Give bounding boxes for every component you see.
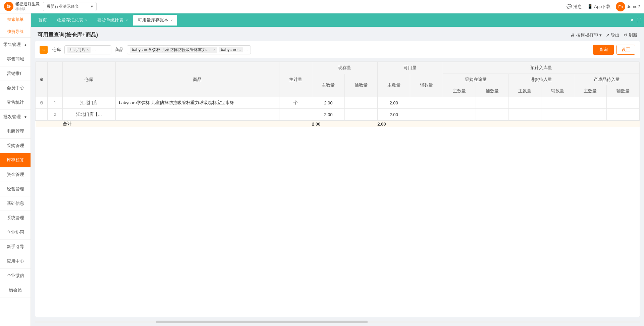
th-planned-in: 预计入库量: [443, 62, 640, 74]
export-label: 导出: [611, 32, 620, 38]
tab-receivable[interactable]: 收发存汇总表 ×: [52, 15, 92, 26]
sidebar-item-purchase-mgmt[interactable]: 采购管理: [0, 139, 31, 153]
gear-icon[interactable]: ⚙: [40, 77, 44, 82]
sidebar-item-label: 批发管理: [3, 114, 21, 120]
product-tag1-text: babycare学饮杯 儿童防摔防撞吸管杯重力球吸嘴杯宝宝水杯: [132, 47, 212, 53]
query-button[interactable]: 查询: [593, 45, 614, 55]
filter-toggle-btn[interactable]: »: [40, 46, 48, 54]
row2-incoming-main: [508, 109, 541, 121]
row2-gear[interactable]: [36, 109, 48, 121]
sidebar-item-inventory-check[interactable]: 库存核算: [0, 153, 31, 168]
print-label: 按模板打印: [576, 32, 598, 38]
th-main-unit: 主计量: [279, 62, 312, 97]
sidebar-item-label: 采购管理: [7, 143, 24, 149]
tab-available-stock[interactable]: 可用量库存账本 ×: [133, 15, 177, 26]
th-product: 商品: [115, 62, 279, 97]
message-btn[interactable]: 💬 消息: [567, 4, 582, 10]
th-production-sub: 辅数量: [607, 85, 640, 97]
row2-available-sub: [410, 109, 443, 121]
tab-close-all-icon[interactable]: ✕: [630, 17, 634, 23]
sidebar-search[interactable]: 搜索菜单: [0, 13, 31, 26]
row2-purchase-in-sub: [476, 109, 508, 121]
tab-order-stats[interactable]: 要货单统计表 ×: [93, 15, 132, 26]
row1-incoming-sub: [541, 97, 574, 109]
warehouse-more[interactable]: ···: [92, 47, 96, 52]
logo-sub: 标准版: [15, 7, 40, 11]
sidebar-item-app-center[interactable]: 应用中心: [0, 254, 31, 269]
footer-incoming-main: [508, 121, 541, 127]
tab-receivable-label: 收发存汇总表: [57, 17, 83, 23]
user-area[interactable]: Ea demo2: [616, 2, 640, 11]
row1-available-main: 2.00: [377, 97, 410, 109]
sidebar-item-wholesale-mgmt[interactable]: 批发管理 ▼: [0, 110, 31, 124]
sidebar-item-finance-mgmt[interactable]: 资金管理: [0, 168, 31, 182]
industry-selector-text: 母婴行业演示账套: [47, 4, 79, 9]
sidebar-item-label: 零售统计: [7, 99, 24, 105]
th-incoming-sub: 辅数量: [541, 85, 574, 97]
print-btn[interactable]: 🖨 按模板打印 ▾: [571, 32, 602, 38]
sidebar-item-system-mgmt[interactable]: 系统管理: [0, 211, 31, 225]
sidebar-item-label: 营销推广: [7, 71, 24, 77]
table-row: ⚙ 1 江北门店 babycare学饮杯 儿童防摔防撞吸管杯重力球吸嘴杯宝宝水杯…: [36, 97, 640, 109]
row1-purchase-in-main: [443, 97, 476, 109]
tab-home[interactable]: 首页: [34, 15, 52, 26]
filter-area: » 仓库 江北门店 × ··· 商品 babycare学饮杯 儿童防摔: [35, 41, 640, 58]
tab-receivable-close[interactable]: ×: [85, 18, 87, 22]
sidebar-item-business-mgmt[interactable]: 经营管理: [0, 182, 31, 196]
sidebar-item-new-guide[interactable]: 新手引导: [0, 240, 31, 254]
tab-order-stats-close[interactable]: ×: [125, 18, 127, 22]
sidebar-item-label: 零售管理: [3, 42, 21, 48]
warehouse-filter[interactable]: 江北门店 × ···: [64, 45, 111, 54]
sidebar-item-retail-mall[interactable]: 零售商城: [0, 52, 31, 66]
logo-area: 好 畅捷通好生意 标准版: [4, 2, 40, 11]
table-scroll-bar[interactable]: [35, 321, 640, 323]
sidebar-item-enterprise-collab[interactable]: 企业协同: [0, 225, 31, 240]
sidebar-item-pro-member[interactable]: 畅会员: [0, 283, 31, 297]
filter-toggle-icon: »: [42, 47, 45, 52]
row1-gear[interactable]: ⚙: [36, 97, 48, 109]
logo-text-block: 畅捷通好生意 标准版: [15, 2, 40, 11]
app-download-btn[interactable]: 📱 App下载: [587, 4, 610, 10]
sidebar-item-basic-info[interactable]: 基础信息: [0, 196, 31, 211]
product-tag-short: babycare...: [219, 47, 243, 52]
chevron-down-icon: ▼: [24, 115, 27, 119]
sidebar-item-retail-mgmt[interactable]: 零售管理 ▲: [0, 38, 31, 52]
message-icon: 💬: [567, 4, 572, 9]
chevron-down-icon: ▾: [599, 33, 602, 38]
sidebar-quick-nav[interactable]: 快捷导航: [0, 26, 31, 38]
row2-warehouse: 江北门店【...: [63, 109, 116, 121]
footer-current-main: 2.00: [312, 121, 345, 127]
sidebar-item-retail-stats[interactable]: 零售统计: [0, 95, 31, 110]
warehouse-tag-close[interactable]: ×: [87, 48, 89, 52]
sidebar-item-marketing[interactable]: 营销推广: [0, 66, 31, 81]
main-container: 搜索菜单 快捷导航 零售管理 ▲ 零售商城 营销推广 会员中心 零售统计 批发管…: [0, 13, 644, 326]
gear-icon[interactable]: ⚙: [40, 100, 44, 105]
sidebar-item-member-center[interactable]: 会员中心: [0, 81, 31, 95]
tab-maximize-icon[interactable]: ⛶: [637, 17, 641, 23]
warehouse-tag: 江北门店 ×: [67, 47, 91, 53]
th-current-stock: 现存量: [312, 62, 377, 74]
sidebar-item-ecom-mgmt[interactable]: 电商管理: [0, 124, 31, 139]
sidebar-item-label: 企业微信: [7, 273, 24, 279]
row1-warehouse: 江北门店: [63, 97, 116, 109]
row2-production-sub: [607, 109, 640, 121]
product-tag1-close[interactable]: ×: [213, 48, 215, 52]
export-btn[interactable]: ↗ 导出: [606, 32, 620, 38]
product-filter[interactable]: babycare学饮杯 儿童防摔防撞吸管杯重力球吸嘴杯宝宝水杯 × babyca…: [127, 45, 251, 54]
footer-purchase-in-sub: [476, 121, 508, 127]
sidebar-item-label: 经营管理: [7, 186, 24, 192]
table-scroll-thumb[interactable]: [156, 321, 368, 323]
refresh-btn[interactable]: ↺ 刷新: [624, 32, 637, 38]
th-incoming: 进货待入量: [508, 74, 574, 86]
settings-button[interactable]: 设置: [616, 45, 635, 55]
industry-selector[interactable]: 母婴行业演示账套 ▾: [43, 2, 97, 11]
footer-num: [48, 121, 63, 127]
tab-home-label: 首页: [38, 17, 47, 23]
sidebar-item-enterprise-wechat[interactable]: 企业微信: [0, 269, 31, 283]
product-label: 商品: [115, 47, 123, 53]
tab-available-stock-close[interactable]: ×: [170, 18, 172, 22]
th-production-main: 主数量: [574, 85, 607, 97]
product-more[interactable]: ···: [244, 47, 248, 52]
page-title: 可用量查询(按仓库+商品): [38, 32, 98, 39]
print-icon: 🖨: [571, 33, 575, 38]
